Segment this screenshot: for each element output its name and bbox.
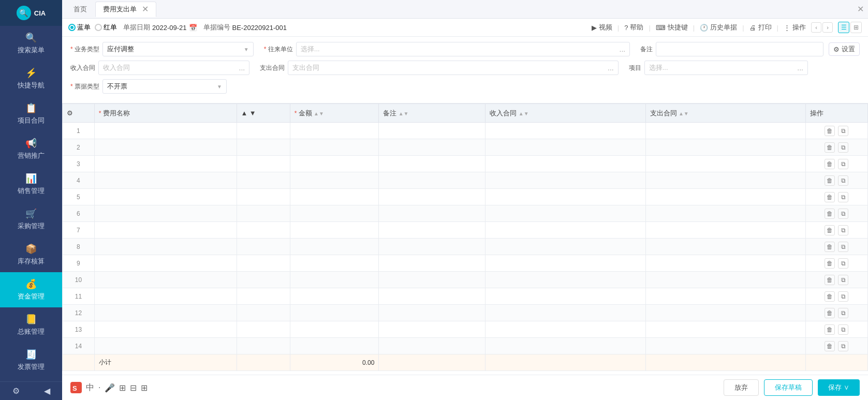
grid-view-btn[interactable]: ⊞ — [850, 22, 862, 33]
expense-contract-cell[interactable] — [645, 321, 805, 338]
income-contract-cell[interactable] — [486, 189, 645, 205]
sidebar-item-tax[interactable]: 🏛 税务管理 — [0, 378, 62, 381]
business-type-select[interactable]: 应付调整 ▼ — [102, 42, 254, 56]
expense-contract-cell[interactable] — [645, 222, 805, 239]
copy-row-btn[interactable]: ⧉ — [838, 341, 848, 351]
expense-name-cell[interactable] — [94, 205, 237, 222]
note-cell[interactable] — [379, 123, 486, 139]
settings-bottom-btn[interactable]: ⚙ — [12, 386, 20, 396]
expense-contract-sort-icon[interactable]: ▲▼ — [679, 111, 689, 116]
income-contract-cell[interactable] — [486, 255, 645, 272]
tab-home[interactable]: 首页 — [66, 2, 94, 17]
expense-name-cell[interactable] — [94, 288, 237, 305]
sidebar-item-search[interactable]: 🔍 搜索菜单 — [0, 26, 62, 61]
expense-contract-cell[interactable] — [645, 172, 805, 189]
list-view-btn[interactable]: ☰ — [838, 22, 849, 33]
amount-cell[interactable] — [290, 288, 379, 305]
copy-row-btn[interactable]: ⧉ — [838, 324, 848, 335]
delete-row-btn[interactable]: 🗑 — [825, 126, 835, 136]
income-contract-cell[interactable] — [486, 338, 645, 354]
sidebar-item-invoice[interactable]: 🧾 发票管理 — [0, 343, 62, 378]
income-contract-cell[interactable] — [486, 321, 645, 338]
sidebar-item-shortcut[interactable]: ⚡ 快捷导航 — [0, 61, 62, 96]
copy-row-btn[interactable]: ⧉ — [838, 192, 848, 202]
invoice-type-select[interactable]: 不开票 ▼ — [102, 79, 227, 94]
income-contract-cell[interactable] — [486, 272, 645, 288]
delete-row-btn[interactable]: 🗑 — [825, 275, 835, 285]
sidebar-item-purchase[interactable]: 🛒 采购管理 — [0, 202, 62, 237]
copy-row-btn[interactable]: ⧉ — [838, 258, 848, 269]
video-btn[interactable]: ▶ 视频 — [592, 23, 612, 32]
income-contract-cell[interactable] — [486, 172, 645, 189]
copy-row-btn[interactable]: ⧉ — [838, 126, 848, 136]
dot-icon[interactable]: · — [98, 383, 100, 392]
save-draft-button[interactable]: 保存草稿 — [764, 379, 813, 396]
expense-contract-cell[interactable] — [645, 205, 805, 222]
help-btn[interactable]: ? 帮助 — [624, 23, 643, 32]
note-cell[interactable] — [379, 255, 486, 272]
mic-icon[interactable]: 🎤 — [105, 383, 115, 393]
note-cell[interactable] — [379, 205, 486, 222]
sidebar-item-inventory[interactable]: 📦 库存核算 — [0, 237, 62, 272]
expense-name-cell[interactable] — [94, 172, 237, 189]
window-close-btn[interactable]: ✕ — [857, 4, 864, 14]
note-cell[interactable] — [379, 338, 486, 354]
amount-cell[interactable] — [290, 205, 379, 222]
expense-contract-cell[interactable] — [645, 255, 805, 272]
radio-blue[interactable]: 蓝单 — [68, 23, 91, 32]
delete-row-btn[interactable]: 🗑 — [825, 209, 835, 219]
sort-up-icon[interactable]: ▲ — [241, 109, 248, 117]
income-contract-cell[interactable] — [486, 205, 645, 222]
income-contract-cell[interactable] — [486, 305, 645, 321]
expense-contract-cell[interactable] — [645, 156, 805, 172]
expense-contract-cell[interactable] — [645, 272, 805, 288]
project-input[interactable]: 选择... ... — [644, 61, 808, 75]
note-cell[interactable] — [379, 222, 486, 239]
print-btn[interactable]: 🖨 打印 — [749, 23, 772, 32]
delete-row-btn[interactable]: 🗑 — [825, 324, 835, 335]
table-settings-icon[interactable]: ⚙ — [67, 109, 73, 117]
amount-cell[interactable] — [290, 239, 379, 255]
radio-red[interactable]: 红单 — [95, 23, 117, 32]
amount-sort-icon[interactable]: ▲▼ — [314, 111, 324, 116]
copy-row-btn[interactable]: ⧉ — [838, 175, 848, 186]
amount-cell[interactable] — [290, 255, 379, 272]
income-contract-cell[interactable] — [486, 222, 645, 239]
delete-row-btn[interactable]: 🗑 — [825, 142, 835, 153]
expense-name-cell[interactable] — [94, 255, 237, 272]
income-contract-cell[interactable] — [486, 239, 645, 255]
expense-contract-input[interactable]: 支出合同 ... — [288, 61, 619, 75]
amount-cell[interactable] — [290, 321, 379, 338]
expense-contract-cell[interactable] — [645, 305, 805, 321]
counterpart-dots-btn[interactable]: ... — [620, 45, 626, 53]
note-cell[interactable] — [379, 288, 486, 305]
history-btn[interactable]: 🕐 历史单据 — [700, 23, 737, 32]
note-cell[interactable] — [379, 305, 486, 321]
amount-cell[interactable] — [290, 139, 379, 156]
expense-contract-cell[interactable] — [645, 288, 805, 305]
amount-cell[interactable] — [290, 172, 379, 189]
sidebar-item-ledger[interactable]: 📒 总账管理 — [0, 307, 62, 343]
expense-contract-cell[interactable] — [645, 123, 805, 139]
tab-expense[interactable]: 费用支出单 ✕ — [95, 2, 156, 17]
sidebar-item-capital[interactable]: 💰 资金管理 — [0, 272, 62, 307]
shortcut-key-btn[interactable]: ⌨ 快捷键 — [656, 23, 688, 32]
delete-row-btn[interactable]: 🗑 — [825, 341, 835, 351]
delete-row-btn[interactable]: 🗑 — [825, 192, 835, 202]
prev-arrow[interactable]: ‹ — [811, 22, 821, 33]
delete-row-btn[interactable]: 🗑 — [825, 308, 835, 318]
expense-contract-cell[interactable] — [645, 189, 805, 205]
expense-name-cell[interactable] — [94, 156, 237, 172]
screen-icon[interactable]: ⊞ — [119, 383, 126, 393]
delete-row-btn[interactable]: 🗑 — [825, 291, 835, 302]
expense-contract-cell[interactable] — [645, 139, 805, 156]
note-cell[interactable] — [379, 156, 486, 172]
next-arrow[interactable]: › — [822, 22, 833, 33]
amount-cell[interactable] — [290, 222, 379, 239]
copy-row-btn[interactable]: ⧉ — [838, 308, 848, 318]
expense-name-cell[interactable] — [94, 222, 237, 239]
abandon-button[interactable]: 放弃 — [724, 379, 759, 396]
copy-row-btn[interactable]: ⧉ — [838, 242, 848, 252]
expense-contract-cell[interactable] — [645, 338, 805, 354]
calendar-icon[interactable]: 📅 — [189, 24, 197, 32]
